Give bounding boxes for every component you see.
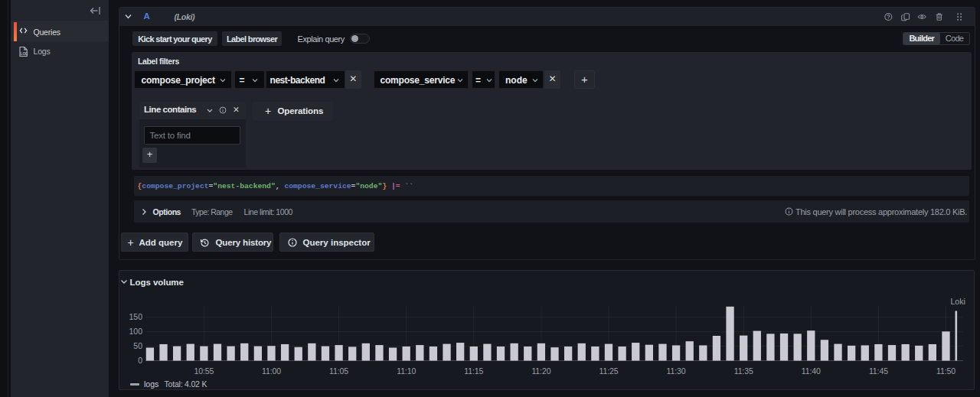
svg-text:11:25: 11:25: [599, 366, 618, 376]
svg-text:0: 0: [138, 356, 142, 365]
svg-text:11:00: 11:00: [262, 366, 281, 376]
svg-text:11:20: 11:20: [531, 366, 550, 376]
svg-text:11:40: 11:40: [802, 366, 821, 376]
svg-text:11:15: 11:15: [464, 366, 483, 376]
svg-text:150: 150: [129, 312, 142, 321]
svg-text:11:50: 11:50: [936, 366, 956, 376]
svg-text:LOG: LOG: [21, 52, 28, 56]
svg-text:11:30: 11:30: [667, 366, 686, 376]
svg-text:11:35: 11:35: [734, 366, 753, 376]
svg-text:50: 50: [133, 341, 142, 350]
svg-text:11:10: 11:10: [397, 366, 416, 376]
svg-text:10:55: 10:55: [194, 366, 214, 376]
svg-text:11:45: 11:45: [869, 366, 888, 376]
svg-text:11:05: 11:05: [329, 366, 348, 376]
svg-text:100: 100: [129, 327, 142, 336]
